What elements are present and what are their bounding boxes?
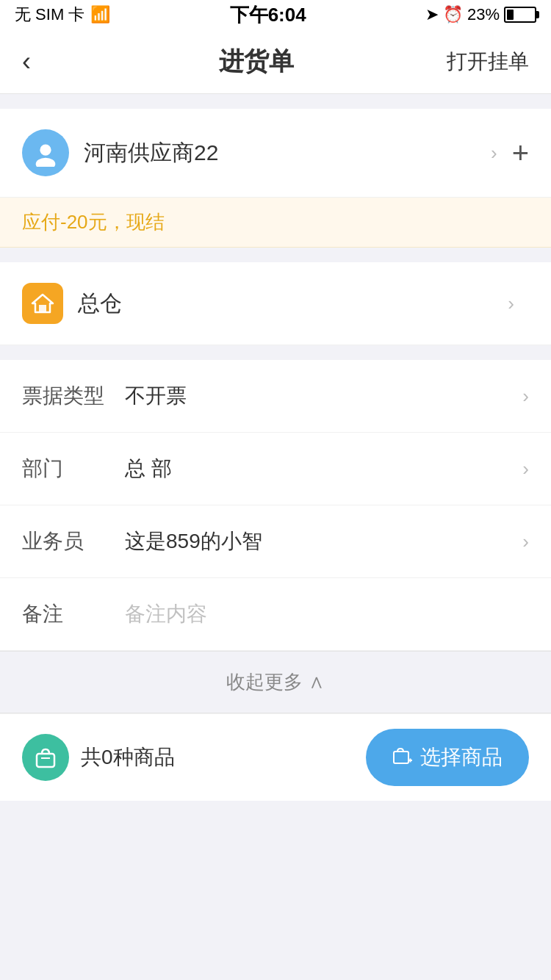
battery-percent: 23% bbox=[467, 5, 500, 24]
open-pending-button[interactable]: 打开挂单 bbox=[447, 48, 529, 76]
status-left: 无 SIM 卡 📶 bbox=[15, 4, 110, 26]
salesperson-row[interactable]: 业务员 这是859的小智 › bbox=[0, 505, 551, 578]
remark-row[interactable]: 备注 备注内容 bbox=[0, 578, 551, 651]
alarm-icon: ⏰ bbox=[443, 5, 463, 24]
select-product-button[interactable]: 选择商品 bbox=[366, 729, 529, 786]
select-product-label: 选择商品 bbox=[420, 743, 503, 771]
notice-bar: 应付-20元，现结 bbox=[0, 198, 551, 248]
remark-label: 备注 bbox=[22, 600, 110, 628]
back-button[interactable]: ‹ bbox=[22, 46, 66, 77]
collapse-label: 收起更多 ∧ bbox=[226, 669, 324, 695]
status-time: 下午6:04 bbox=[230, 2, 306, 28]
product-icon-circle bbox=[22, 734, 69, 781]
section-gap-3 bbox=[0, 345, 551, 360]
chevron-right-icon: › bbox=[522, 458, 529, 480]
page-title: 进货单 bbox=[219, 45, 294, 79]
supplier-name: 河南供应商22 bbox=[84, 138, 491, 168]
svg-rect-4 bbox=[37, 754, 54, 767]
svg-point-1 bbox=[36, 158, 56, 167]
add-button[interactable]: + bbox=[512, 138, 529, 167]
form-section: 票据类型 不开票 › 部门 总 部 › 业务员 这是859的小智 › 备注 备注… bbox=[0, 360, 551, 651]
collapse-button[interactable]: 收起更多 ∧ bbox=[0, 651, 551, 713]
wifi-icon: 📶 bbox=[90, 5, 110, 24]
status-bar: 无 SIM 卡 📶 下午6:04 ➤ ⏰ 23% bbox=[0, 0, 551, 29]
svg-point-0 bbox=[40, 145, 51, 156]
supplier-section: 河南供应商22 › + 应付-20元，现结 bbox=[0, 109, 551, 248]
user-icon bbox=[32, 139, 60, 167]
warehouse-icon bbox=[22, 283, 63, 324]
warehouse-row[interactable]: 总仓 › bbox=[0, 262, 551, 345]
section-gap-2 bbox=[0, 248, 551, 262]
avatar bbox=[22, 129, 69, 176]
product-count-text: 共0种商品 bbox=[81, 743, 175, 771]
status-right: ➤ ⏰ 23% bbox=[425, 5, 536, 24]
department-value: 总 部 bbox=[125, 455, 522, 483]
location-icon: ➤ bbox=[425, 5, 439, 24]
home-icon bbox=[31, 292, 54, 315]
warehouse-name: 总仓 bbox=[78, 289, 508, 319]
salesperson-label: 业务员 bbox=[22, 527, 110, 555]
remark-input-placeholder[interactable]: 备注内容 bbox=[125, 600, 529, 628]
svg-rect-6 bbox=[394, 752, 408, 763]
invoice-type-row[interactable]: 票据类型 不开票 › bbox=[0, 360, 551, 433]
select-product-icon bbox=[392, 747, 413, 768]
battery-icon bbox=[504, 7, 536, 23]
warehouse-section: 总仓 › bbox=[0, 262, 551, 345]
chevron-right-icon: › bbox=[522, 385, 529, 408]
nav-bar: ‹ 进货单 打开挂单 bbox=[0, 29, 551, 94]
bottom-bar: 共0种商品 选择商品 bbox=[0, 713, 551, 801]
sim-label: 无 SIM 卡 bbox=[15, 4, 84, 26]
section-gap-1 bbox=[0, 94, 551, 109]
department-row[interactable]: 部门 总 部 › bbox=[0, 433, 551, 505]
salesperson-value: 这是859的小智 bbox=[125, 527, 522, 555]
invoice-type-value: 不开票 bbox=[125, 382, 522, 410]
supplier-row[interactable]: 河南供应商22 › + bbox=[0, 109, 551, 198]
invoice-type-label: 票据类型 bbox=[22, 382, 110, 410]
chevron-right-icon: › bbox=[491, 142, 497, 165]
page-background bbox=[0, 801, 551, 980]
product-count-area: 共0种商品 bbox=[22, 734, 175, 781]
svg-rect-3 bbox=[39, 305, 46, 312]
chevron-right-icon: › bbox=[508, 292, 514, 315]
department-label: 部门 bbox=[22, 455, 110, 483]
chevron-right-icon: › bbox=[522, 530, 529, 553]
shopping-bag-icon bbox=[33, 745, 58, 770]
notice-text: 应付-20元，现结 bbox=[22, 211, 165, 233]
